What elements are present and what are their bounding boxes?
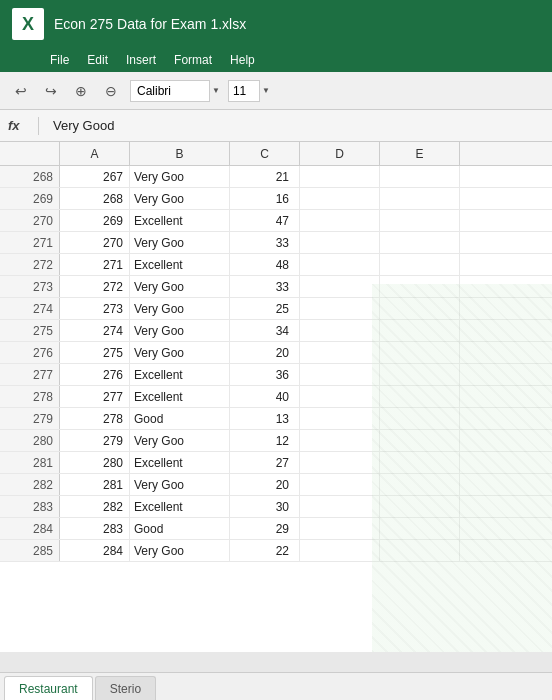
cell-a[interactable]: 273 [60,298,130,319]
cell-a[interactable]: 278 [60,408,130,429]
cell-a[interactable]: 272 [60,276,130,297]
cell-d[interactable] [300,210,380,231]
cell-c[interactable]: 47 [230,210,300,231]
cell-b[interactable]: Excellent [130,386,230,407]
table-row[interactable]: 271 270 Very Goo 33 [0,232,552,254]
font-size-dropdown[interactable]: 11 ▼ [228,80,270,102]
table-row[interactable]: 282 281 Very Goo 20 [0,474,552,496]
cell-e[interactable] [380,342,460,363]
cell-a[interactable]: 279 [60,430,130,451]
cell-d[interactable] [300,474,380,495]
table-row[interactable]: 268 267 Very Goo 21 [0,166,552,188]
cell-e[interactable] [380,188,460,209]
table-row[interactable]: 275 274 Very Goo 34 [0,320,552,342]
cell-a[interactable]: 267 [60,166,130,187]
table-row[interactable]: 280 279 Very Goo 12 [0,430,552,452]
cell-c[interactable]: 48 [230,254,300,275]
menu-format[interactable]: Format [174,53,212,67]
cell-c[interactable]: 36 [230,364,300,385]
cell-c[interactable]: 13 [230,408,300,429]
cell-b[interactable]: Good [130,518,230,539]
cell-c[interactable]: 22 [230,540,300,561]
cell-c[interactable]: 12 [230,430,300,451]
table-row[interactable]: 284 283 Good 29 [0,518,552,540]
formula-value[interactable]: Very Good [49,118,544,133]
cell-c[interactable]: 33 [230,232,300,253]
cell-b[interactable]: Very Goo [130,320,230,341]
cell-a[interactable]: 268 [60,188,130,209]
cell-d[interactable] [300,232,380,253]
cell-b[interactable]: Excellent [130,210,230,231]
table-row[interactable]: 285 284 Very Goo 22 [0,540,552,562]
cell-d[interactable] [300,408,380,429]
table-row[interactable]: 272 271 Excellent 48 [0,254,552,276]
cell-a[interactable]: 270 [60,232,130,253]
cell-e[interactable] [380,474,460,495]
cell-b[interactable]: Excellent [130,452,230,473]
menu-edit[interactable]: Edit [87,53,108,67]
cell-e[interactable] [380,364,460,385]
cell-e[interactable] [380,232,460,253]
redo-button[interactable]: ↪ [40,80,62,102]
cell-d[interactable] [300,166,380,187]
cell-b[interactable]: Very Goo [130,474,230,495]
cell-e[interactable] [380,386,460,407]
table-row[interactable]: 274 273 Very Goo 25 [0,298,552,320]
cell-b[interactable]: Excellent [130,364,230,385]
table-row[interactable]: 279 278 Good 13 [0,408,552,430]
cell-a[interactable]: 283 [60,518,130,539]
menu-help[interactable]: Help [230,53,255,67]
cell-d[interactable] [300,386,380,407]
cell-b[interactable]: Very Goo [130,430,230,451]
cell-c[interactable]: 27 [230,452,300,473]
cell-e[interactable] [380,408,460,429]
cell-e[interactable] [380,518,460,539]
cell-b[interactable]: Very Goo [130,276,230,297]
cell-a[interactable]: 271 [60,254,130,275]
cell-b[interactable]: Very Goo [130,166,230,187]
cell-d[interactable] [300,320,380,341]
cell-e[interactable] [380,320,460,341]
cell-d[interactable] [300,276,380,297]
cell-b[interactable]: Very Goo [130,188,230,209]
cell-a[interactable]: 269 [60,210,130,231]
sheet-tab-restaurant[interactable]: Restaurant [4,676,93,700]
cell-a[interactable]: 277 [60,386,130,407]
cell-d[interactable] [300,364,380,385]
cell-e[interactable] [380,166,460,187]
cell-d[interactable] [300,540,380,561]
cell-d[interactable] [300,430,380,451]
cell-c[interactable]: 40 [230,386,300,407]
cell-c[interactable]: 16 [230,188,300,209]
menu-insert[interactable]: Insert [126,53,156,67]
cell-c[interactable]: 25 [230,298,300,319]
cell-b[interactable]: Very Goo [130,342,230,363]
cell-c[interactable]: 20 [230,342,300,363]
cell-e[interactable] [380,254,460,275]
cell-e[interactable] [380,276,460,297]
zoom-in-button[interactable]: ⊕ [70,80,92,102]
table-row[interactable]: 283 282 Excellent 30 [0,496,552,518]
cell-b[interactable]: Excellent [130,496,230,517]
cell-c[interactable]: 34 [230,320,300,341]
cell-d[interactable] [300,254,380,275]
font-name-dropdown[interactable]: Calibri ▼ [130,80,220,102]
cell-b[interactable]: Very Goo [130,540,230,561]
cell-a[interactable]: 276 [60,364,130,385]
cell-e[interactable] [380,452,460,473]
table-row[interactable]: 278 277 Excellent 40 [0,386,552,408]
cell-e[interactable] [380,430,460,451]
cell-e[interactable] [380,540,460,561]
cell-d[interactable] [300,452,380,473]
menu-file[interactable]: File [50,53,69,67]
cell-e[interactable] [380,210,460,231]
cell-e[interactable] [380,298,460,319]
cell-c[interactable]: 33 [230,276,300,297]
cell-a[interactable]: 280 [60,452,130,473]
cell-b[interactable]: Excellent [130,254,230,275]
cell-c[interactable]: 21 [230,166,300,187]
cell-b[interactable]: Good [130,408,230,429]
cell-c[interactable]: 30 [230,496,300,517]
cell-c[interactable]: 29 [230,518,300,539]
cell-a[interactable]: 275 [60,342,130,363]
